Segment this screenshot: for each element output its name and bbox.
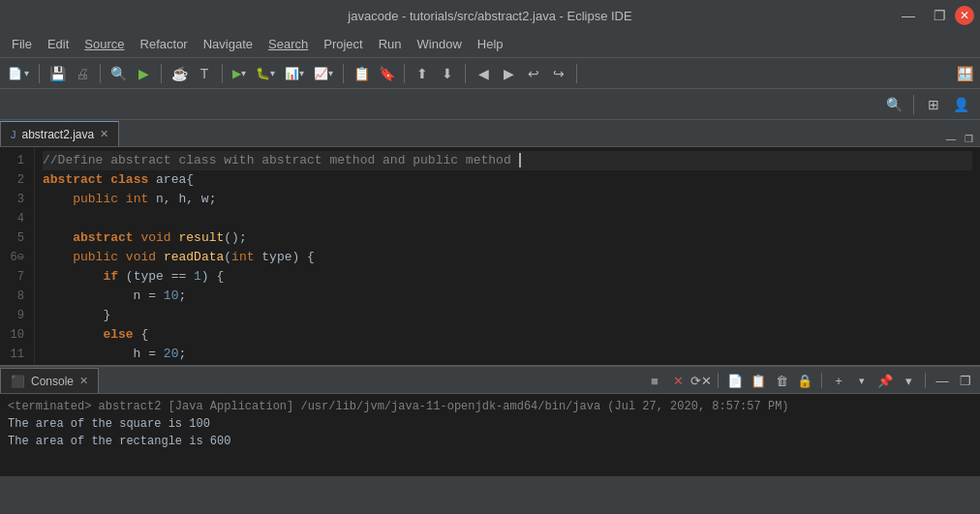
toolbar-separator-5 <box>343 64 344 83</box>
minimize-button[interactable]: — <box>893 0 924 31</box>
toolbar-separator <box>39 64 40 83</box>
maximize-button[interactable]: ❐ <box>924 0 955 31</box>
editor-panel-controls: — ❐ <box>943 131 980 146</box>
console-maximize-btn[interactable]: ❐ <box>955 370 976 391</box>
code-editor[interactable]: 1 2 3 4 5 6⊖ 7 8 9 10 11 12 13 //Define … <box>0 147 980 365</box>
toolbar-separator-4 <box>222 64 223 83</box>
profile-dropdown[interactable]: 📈▾ <box>310 62 337 85</box>
console-new-btn[interactable]: + <box>828 370 849 391</box>
code-line-9: } <box>43 306 972 325</box>
toolbar-separator-3 <box>161 64 162 83</box>
code-line-10: else { <box>43 325 972 345</box>
code-line-4 <box>43 209 972 228</box>
close-button[interactable]: ✕ <box>955 6 974 25</box>
search-btn[interactable]: 🔍 <box>107 62 130 85</box>
prev-annotation-btn[interactable]: ⬆ <box>411 62 434 85</box>
menu-project[interactable]: Project <box>316 33 370 55</box>
debug-dropdown[interactable]: 🐛▾ <box>252 62 279 85</box>
code-line-1: //Define abstract class with abstract me… <box>43 151 972 170</box>
print-button[interactable]: 🖨 <box>71 62 94 85</box>
console-terminate-relaunch-btn[interactable]: ⟳✕ <box>690 370 712 391</box>
console-output-line-1: The area of the square is 100 <box>8 415 972 433</box>
menu-source[interactable]: Source <box>77 33 132 55</box>
console-view-menu-btn[interactable]: ▾ <box>898 370 919 391</box>
line-numbers: 1 2 3 4 5 6⊖ 7 8 9 10 11 12 13 <box>0 147 35 365</box>
code-content[interactable]: //Define abstract class with abstract me… <box>35 147 980 365</box>
console-paste-btn[interactable]: 📋 <box>748 370 769 391</box>
coverage-dropdown[interactable]: 📊▾ <box>281 62 308 85</box>
code-line-2: abstract class area{ <box>43 170 972 190</box>
console-open-btn[interactable]: ▾ <box>851 370 873 391</box>
toolbar-separator-8 <box>576 64 577 83</box>
title-bar: javacode - tutorials/src/abstract2.java … <box>0 0 980 31</box>
editor-tab-bar: J abstract2.java ✕ — ❐ <box>0 120 980 147</box>
window-controls: — ❐ ✕ <box>893 0 980 31</box>
open-type-btn[interactable]: T <box>193 62 216 85</box>
new-java-btn[interactable]: ☕ <box>168 62 191 85</box>
prev-edit-btn[interactable]: ◀ <box>472 62 495 85</box>
console-toolbar: ■ ✕ ⟳✕ 📄 📋 🗑 🔒 + ▾ 📌 ▾ — ❐ <box>644 368 980 393</box>
editor-maximize-btn[interactable]: ❐ <box>961 131 976 146</box>
console-scroll-lock-btn[interactable]: 🔒 <box>794 370 815 391</box>
secondary-toolbar: 🔍 ⊞ 👤 <box>0 89 980 120</box>
code-line-12: w = 30; <box>43 364 972 365</box>
console-tab-close[interactable]: ✕ <box>79 375 88 387</box>
console-tab-label: Console <box>31 375 74 388</box>
save-all-button[interactable]: 💾 <box>46 62 69 85</box>
editor-tab-abstract2[interactable]: J abstract2.java ✕ <box>0 121 119 146</box>
code-line-6: public void readData(int type) { <box>43 248 972 267</box>
bookmark-btn[interactable]: 🔖 <box>375 62 398 85</box>
editor-tab-label: abstract2.java <box>22 128 95 141</box>
code-line-8: n = 10; <box>43 287 972 306</box>
menu-file[interactable]: File <box>4 33 40 55</box>
console-copy-btn[interactable]: 📄 <box>724 370 746 391</box>
open-task-btn[interactable]: 📋 <box>350 62 373 85</box>
back-btn[interactable]: ↩ <box>522 62 545 85</box>
menu-search[interactable]: Search <box>260 33 316 55</box>
console-tab[interactable]: ⬛ Console ✕ <box>0 368 99 393</box>
console-tab-bar: ⬛ Console ✕ ■ ✕ ⟳✕ 📄 📋 🗑 🔒 + ▾ 📌 ▾ — ❐ <box>0 367 980 394</box>
next-annotation-btn[interactable]: ⬇ <box>436 62 459 85</box>
console-terminated-line: <terminated> abstract2 [Java Application… <box>8 398 972 415</box>
console-panel: ⬛ Console ✕ ■ ✕ ⟳✕ 📄 📋 🗑 🔒 + ▾ 📌 ▾ — ❐ <… <box>0 365 980 476</box>
toolbar2-sep <box>913 95 914 114</box>
menu-navigate[interactable]: Navigate <box>196 33 260 55</box>
run-dropdown[interactable]: ▶▾ <box>229 62 250 85</box>
java-file-icon: J <box>11 129 16 140</box>
main-toolbar: 📄▾ 💾 🖨 🔍 ▶ ☕ T ▶▾ 🐛▾ 📊▾ 📈▾ 📋 🔖 ⬆ ⬇ ◀ ▶ ↩… <box>0 58 980 89</box>
new-button[interactable]: 📄▾ <box>4 62 33 85</box>
toolbar-separator-7 <box>465 64 466 83</box>
search-toolbar-btn[interactable]: 🔍 <box>882 93 905 116</box>
editor-tab-close[interactable]: ✕ <box>100 128 108 140</box>
console-clear-btn[interactable]: 🗑 <box>771 370 792 391</box>
code-line-5: abstract void result(); <box>43 228 972 248</box>
console-icon: ⬛ <box>11 375 25 388</box>
forward-btn[interactable]: ↪ <box>547 62 570 85</box>
menu-window[interactable]: Window <box>410 33 470 55</box>
menu-refactor[interactable]: Refactor <box>133 33 196 55</box>
console-content: <terminated> abstract2 [Java Application… <box>0 394 980 476</box>
menu-help[interactable]: Help <box>470 33 511 55</box>
run-last-button[interactable]: ▶ <box>132 62 155 85</box>
next-edit-btn[interactable]: ▶ <box>497 62 520 85</box>
console-pin-btn[interactable]: 📌 <box>874 370 896 391</box>
open-perspective-btn[interactable]: 🪟 <box>953 62 976 85</box>
toolbar-separator-2 <box>100 64 101 83</box>
console-minimize-btn[interactable]: — <box>932 370 953 391</box>
menu-bar: File Edit Source Refactor Navigate Searc… <box>0 31 980 58</box>
code-line-3: public int n, h, w; <box>43 190 972 209</box>
console-stop-btn[interactable]: ■ <box>644 370 665 391</box>
toolbar-separator-6 <box>404 64 405 83</box>
perspective-switch-btn[interactable]: ⊞ <box>922 93 945 116</box>
editor-minimize-btn[interactable]: — <box>943 131 959 146</box>
menu-edit[interactable]: Edit <box>40 33 77 55</box>
code-line-11: h = 20; <box>43 345 972 364</box>
menu-run[interactable]: Run <box>371 33 410 55</box>
console-output-line-2: The area of the rectangle is 600 <box>8 433 972 450</box>
console-terminate-btn[interactable]: ✕ <box>667 370 689 391</box>
code-line-7: if (type == 1) { <box>43 267 972 287</box>
view-menu-btn[interactable]: 👤 <box>949 93 972 116</box>
window-title: javacode - tutorials/src/abstract2.java … <box>348 9 631 23</box>
